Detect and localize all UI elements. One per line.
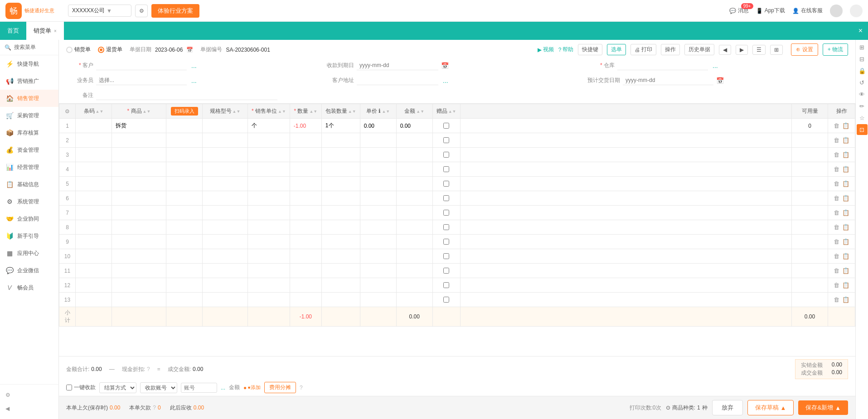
row-unit-11[interactable]: [248, 264, 290, 278]
payment-account-select[interactable]: 收款账号: [140, 382, 177, 393]
next-record-button[interactable]: ▶: [736, 45, 748, 55]
th-pkgqty[interactable]: 包装数量▲▼: [321, 104, 360, 119]
row-copy-icon-5[interactable]: 📋: [842, 180, 849, 187]
calendar-icon[interactable]: 📅: [186, 47, 193, 53]
row-unit-4[interactable]: [248, 162, 290, 177]
sidebar-item-marketing[interactable]: 📢 营销推广: [0, 72, 58, 90]
row-goods-13[interactable]: [112, 293, 166, 307]
row-goods-7[interactable]: [112, 206, 166, 220]
radio-sales-order[interactable]: 销货单: [66, 46, 91, 53]
row-amount-5[interactable]: [396, 177, 432, 191]
online-service-button[interactable]: 👤 在线客服: [792, 7, 823, 14]
scan-barcode-button[interactable]: 扫码录入: [171, 107, 198, 116]
row-copy-icon-1[interactable]: 📋: [842, 122, 849, 129]
logistics-button[interactable]: + 物流: [823, 43, 848, 56]
row-gift-12[interactable]: [432, 278, 460, 293]
help-link[interactable]: ? 帮助: [558, 46, 574, 53]
sidebar-item-inventory[interactable]: 📦 库存核算: [0, 124, 58, 141]
sidebar-collapse-button[interactable]: ◀: [0, 402, 58, 415]
row-gift-1[interactable]: [432, 119, 460, 133]
row-copy-icon-13[interactable]: 📋: [842, 296, 849, 303]
sidebar-item-member[interactable]: V 畅会员: [0, 279, 58, 296]
row-pkgqty-8[interactable]: [321, 220, 360, 235]
print-button[interactable]: 🖨 打印: [630, 44, 656, 55]
row-unit-8[interactable]: [248, 220, 290, 235]
tab-sales-order[interactable]: 销货单 ×: [26, 22, 64, 40]
row-amount-2[interactable]: [396, 133, 432, 148]
row-delete-icon-13[interactable]: 🗑: [834, 296, 839, 303]
row-gift-7[interactable]: [432, 206, 460, 220]
row-gift-13[interactable]: [432, 293, 460, 307]
sidebar-item-system[interactable]: ⚙ 系统管理: [0, 193, 58, 210]
row-spec-3[interactable]: [203, 148, 248, 162]
row-pkgqty-7[interactable]: [321, 206, 360, 220]
row-qty-13[interactable]: [290, 293, 321, 307]
row-gift-5[interactable]: [432, 177, 460, 191]
row-amount-12[interactable]: [396, 278, 432, 293]
row-barcode-13[interactable]: [76, 293, 112, 307]
row-barcode-1[interactable]: [76, 119, 112, 133]
row-spec-7[interactable]: [203, 206, 248, 220]
row-copy-icon-6[interactable]: 📋: [842, 195, 849, 202]
row-delete-icon-12[interactable]: 🗑: [834, 282, 839, 289]
expense-help-icon[interactable]: ?: [300, 385, 303, 391]
row-price-7[interactable]: [360, 206, 396, 220]
row-price-6[interactable]: [360, 191, 396, 206]
row-amount-1[interactable]: [396, 119, 432, 133]
th-qty[interactable]: * 数量▲▼: [290, 104, 321, 119]
row-unit-7[interactable]: [248, 206, 290, 220]
row-barcode-7[interactable]: [76, 206, 112, 220]
row-delete-icon-5[interactable]: 🗑: [834, 180, 839, 187]
row-unit-2[interactable]: [248, 133, 290, 148]
sidebar-item-basic[interactable]: 📋 基础信息: [0, 176, 58, 193]
row-goods-4[interactable]: [112, 162, 166, 177]
account-dots[interactable]: ...: [221, 385, 225, 391]
message-button[interactable]: 💬 消息 99+: [729, 7, 749, 14]
total-owe-info[interactable]: ?: [153, 405, 156, 411]
row-unit-9[interactable]: [248, 235, 290, 249]
sidebar-item-quick-nav[interactable]: ⚡ 快捷导航: [0, 55, 58, 72]
company-selector[interactable]: XXXXXX公司 ▼: [68, 5, 131, 17]
save-draft-button[interactable]: 保存草稿 ▲: [747, 400, 794, 415]
row-qty-4[interactable]: [290, 162, 321, 177]
salesperson-dots-button[interactable]: ...: [191, 77, 197, 84]
right-panel-orange-button[interactable]: ⊡: [857, 124, 868, 135]
row-qty-12[interactable]: [290, 278, 321, 293]
row-price-3[interactable]: [360, 148, 396, 162]
settings-gear-button[interactable]: ⚙: [135, 5, 148, 17]
one-click-payment-checkbox[interactable]: 一键收款: [66, 384, 96, 391]
row-goods-3[interactable]: [112, 148, 166, 162]
sidebar-item-business[interactable]: 📊 经营管理: [0, 159, 58, 176]
sidebar-item-collab[interactable]: 🤝 企业协同: [0, 210, 58, 227]
row-price-9[interactable]: [360, 235, 396, 249]
row-pkgqty-12[interactable]: [321, 278, 360, 293]
app-download-button[interactable]: 📱 App下载: [756, 7, 785, 14]
warehouse-input[interactable]: 建材仓: [617, 61, 708, 70]
row-qty-7[interactable]: [290, 206, 321, 220]
row-gift-2[interactable]: [432, 133, 460, 148]
th-amount[interactable]: 金额▲▼: [396, 104, 432, 119]
row-barcode-9[interactable]: [76, 235, 112, 249]
row-amount-3[interactable]: [396, 148, 432, 162]
row-copy-icon-8[interactable]: 📋: [842, 224, 849, 231]
row-gift-4[interactable]: [432, 162, 460, 177]
row-price-2[interactable]: [360, 133, 396, 148]
th-barcode[interactable]: 条码▲▼: [76, 104, 112, 119]
row-pkgqty-3[interactable]: [321, 148, 360, 162]
right-panel-lock-button[interactable]: 🔒: [857, 65, 868, 76]
row-barcode-2[interactable]: [76, 133, 112, 148]
expected-delivery-input[interactable]: [623, 76, 713, 85]
operations-button[interactable]: 操作: [661, 44, 680, 55]
row-price-8[interactable]: [360, 220, 396, 235]
row-spec-2[interactable]: [203, 133, 248, 148]
row-pkgqty-2[interactable]: [321, 133, 360, 148]
add-payment-button[interactable]: ● ●添加: [243, 384, 261, 391]
row-goods-10[interactable]: [112, 249, 166, 264]
row-qty-5[interactable]: [290, 177, 321, 191]
row-unit-5[interactable]: [248, 177, 290, 191]
row-qty-9[interactable]: [290, 235, 321, 249]
row-gift-8[interactable]: [432, 220, 460, 235]
row-goods-5[interactable]: [112, 177, 166, 191]
customer-addr-dots-button[interactable]: ...: [443, 77, 448, 84]
th-gift[interactable]: 赠品▲▼: [432, 104, 460, 119]
